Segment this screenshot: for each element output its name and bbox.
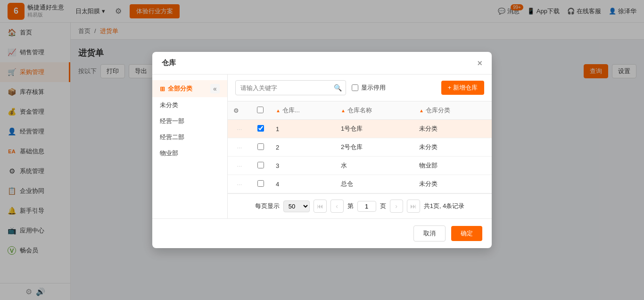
table-toolbar: 🔍 显示停用 + 新增仓库: [228, 75, 492, 101]
row-checkbox[interactable]: [257, 162, 264, 168]
category-item-property[interactable]: 物业部: [152, 145, 227, 161]
table-row[interactable]: ··· 4 总仓 未分类: [228, 175, 492, 193]
page-label: 第: [347, 202, 354, 210]
category-item-uncat[interactable]: 未分类: [152, 97, 227, 113]
row-category: 未分类: [413, 138, 492, 157]
total-info: 共1页, 4条记录: [424, 202, 465, 210]
th-check: [251, 101, 270, 120]
sort-icon-code: ▲: [276, 108, 281, 113]
grid-icon: ⊞: [160, 85, 165, 92]
search-icon[interactable]: 🔍: [330, 84, 346, 92]
table-row[interactable]: ··· 2 2号仓库 未分类: [228, 138, 492, 157]
modal-close-button[interactable]: ×: [477, 59, 482, 67]
row-actions: ···: [237, 125, 242, 133]
row-name: 总仓: [335, 175, 413, 193]
row-idx: 2: [270, 138, 335, 157]
th-gear: ⚙: [228, 101, 251, 120]
first-page-button[interactable]: ⏮: [314, 200, 327, 213]
table-body: ··· 1 1号仓库 未分类 ··· 2 2号仓库 未分类 ···: [228, 120, 492, 193]
category-all[interactable]: ⊞ 全部分类 «: [152, 80, 227, 97]
table-panel: 🔍 显示停用 + 新增仓库 ⚙: [228, 75, 492, 218]
row-category: 物业部: [413, 157, 492, 175]
table-head: ⚙ ▲ 仓库...: [228, 101, 492, 120]
last-page-button[interactable]: ⏭: [407, 200, 420, 213]
sort-icon-name: ▲: [341, 108, 346, 113]
per-page-select[interactable]: 50 100: [283, 200, 310, 212]
row-check: [251, 120, 270, 138]
row-check: [251, 138, 270, 157]
row-name: 1号仓库: [335, 120, 413, 138]
table-wrapper: ⚙ ▲ 仓库...: [228, 101, 492, 193]
row-category: 未分类: [413, 175, 492, 193]
row-checkbox[interactable]: [257, 125, 264, 132]
category-item-biz2[interactable]: 经营二部: [152, 129, 227, 145]
search-input[interactable]: [236, 84, 330, 92]
show-disabled-checkbox[interactable]: [352, 84, 358, 91]
th-code: ▲ 仓库...: [270, 101, 335, 120]
add-warehouse-button[interactable]: + 新增仓库: [441, 81, 484, 95]
pagination: 每页显示 50 100 ⏮ ‹ 第 页 › ⏭ 共1页, 4条记录: [228, 193, 492, 218]
row-check: [251, 157, 270, 175]
prev-page-button[interactable]: ‹: [330, 200, 344, 213]
cancel-button[interactable]: 取消: [413, 225, 446, 242]
modal-body: ⊞ 全部分类 « 未分类 经营一部 经营二部 物业部: [152, 75, 492, 218]
row-checkbox[interactable]: [257, 180, 264, 187]
confirm-button[interactable]: 确定: [451, 226, 482, 241]
row-name: 水: [335, 157, 413, 175]
table-row[interactable]: ··· 3 水 物业部: [228, 157, 492, 175]
row-idx: 4: [270, 175, 335, 193]
warehouse-modal: 仓库 × ⊞ 全部分类 « 未分类 经营一部 经营二部: [152, 52, 492, 248]
row-checkbox[interactable]: [257, 143, 264, 150]
next-page-button[interactable]: ›: [390, 200, 403, 213]
row-check: [251, 175, 270, 193]
row-actions: ···: [237, 162, 242, 169]
page-number-input[interactable]: [357, 201, 376, 212]
category-item-biz1[interactable]: 经营一部: [152, 113, 227, 129]
category-all-label: 全部分类: [168, 84, 192, 93]
row-idx: 3: [270, 157, 335, 175]
show-disabled-label[interactable]: 显示停用: [352, 83, 386, 92]
warehouse-table: ⚙ ▲ 仓库...: [228, 101, 492, 193]
modal-overlay: 仓库 × ⊞ 全部分类 « 未分类 经营一部 经营二部: [0, 0, 644, 300]
row-category: 未分类: [413, 120, 492, 138]
search-box: 🔍: [235, 80, 346, 95]
row-gear: ···: [228, 157, 251, 175]
row-idx: 1: [270, 120, 335, 138]
table-row[interactable]: ··· 1 1号仓库 未分类: [228, 120, 492, 138]
row-name: 2号仓库: [335, 138, 413, 157]
row-gear: ···: [228, 138, 251, 157]
page-unit: 页: [380, 202, 386, 210]
th-category: ▲ 仓库分类: [413, 101, 492, 120]
th-name: ▲ 仓库名称: [335, 101, 413, 120]
collapse-button[interactable]: «: [210, 84, 220, 93]
modal-title: 仓库: [162, 58, 176, 67]
row-gear: ···: [228, 175, 251, 193]
row-actions: ···: [237, 181, 242, 188]
category-panel: ⊞ 全部分类 « 未分类 经营一部 经营二部 物业部: [152, 75, 228, 218]
table-header-row: ⚙ ▲ 仓库...: [228, 101, 492, 120]
modal-header: 仓库 ×: [152, 52, 492, 75]
modal-footer: 取消 确定: [152, 218, 492, 248]
per-page-label: 每页显示: [255, 202, 280, 210]
select-all-checkbox[interactable]: [257, 107, 264, 113]
row-actions: ···: [237, 144, 242, 151]
row-gear: ···: [228, 120, 251, 138]
sort-icon-cat: ▲: [419, 108, 424, 113]
